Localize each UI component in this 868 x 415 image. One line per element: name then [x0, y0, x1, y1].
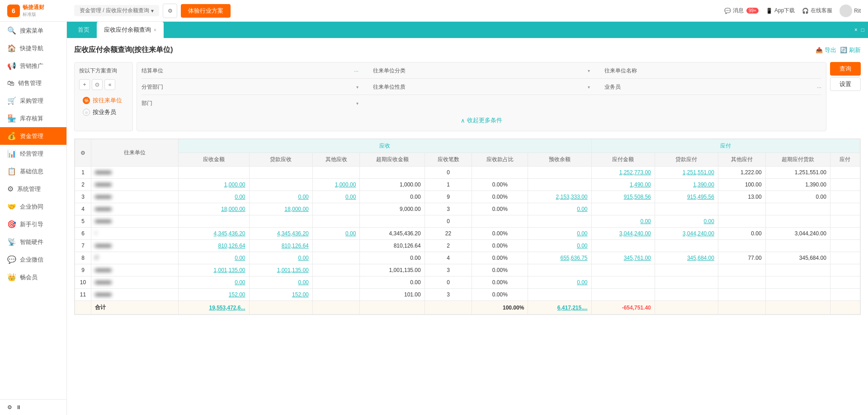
sidebar-item-wechat[interactable]: 💬 企业微信 [0, 251, 66, 268]
data-table-container: ⚙ 往来单位 应收 应付 应收金额 贷款应收 其他应收 超期应收金额 应收笔数 … [74, 138, 861, 315]
salesperson-dots-btn[interactable]: ··· [817, 84, 821, 91]
sidebar-item-search[interactable]: 🔍 搜索菜单 [0, 22, 66, 39]
filter-schemes-panel: 按以下方案查询 + ⊙ « 畅 按往来单位 ○ 按业务员 [74, 62, 133, 131]
sidebar-label-purchase: 采购管理 [20, 97, 43, 105]
table-row: 1■■■■■01,252,773.001,251,551.001,222.001… [75, 167, 860, 179]
sidebar-label-wechat: 企业微信 [20, 256, 43, 264]
total-overdue-rec [360, 301, 425, 315]
query-buttons-panel: 查询 设置 [830, 62, 861, 131]
tab-current-label: 应收应付余额查询 [104, 26, 151, 34]
management-icon: 📊 [7, 149, 16, 158]
tab-current[interactable]: 应收应付余额查询 × [97, 22, 164, 38]
sidebar-item-member[interactable]: 👑 畅会员 [0, 268, 66, 286]
salesperson-label: 业务员 [604, 83, 632, 91]
filter-add-btn[interactable]: + [79, 79, 90, 90]
collapse-sidebar-btn[interactable]: ⏸ [16, 404, 21, 410]
sidebar-item-nav[interactable]: 🏠 快捷导航 [0, 39, 66, 57]
system-icon: ⚙ [7, 185, 14, 193]
top-nav-area: 资金管理 / 应收应付余额查询 ▾ ⚙ 体验行业方案 [74, 4, 724, 18]
online-service-btn[interactable]: 🎧 在线客服 [802, 7, 832, 14]
filter-header: 按以下方案查询 [79, 67, 128, 75]
app-download-btn[interactable]: 📱 App下载 [766, 7, 795, 14]
sidebar-item-management[interactable]: 📊 经营管理 [0, 145, 66, 162]
col-overdue-pay: 超期应付货款 [765, 153, 830, 167]
filter-header-title: 按以下方案查询 [79, 67, 117, 75]
sidebar-item-finance[interactable]: 💰 资金管理 [0, 127, 66, 145]
settlement-dots-btn[interactable]: ··· [354, 68, 359, 74]
top-bar: 6 畅捷通财 标准版 资金管理 / 应收应付余额查询 ▾ ⚙ 体验行业方案 💬 … [0, 0, 868, 22]
message-btn[interactable]: 💬 消息 99+ [724, 7, 759, 14]
filter-collapse-btn[interactable]: « [104, 79, 115, 90]
home-icon: 🏠 [7, 44, 16, 52]
sidebar-item-purchase[interactable]: 🛒 采购管理 [0, 92, 66, 110]
scheme-item-partner[interactable]: 畅 按往来单位 [79, 95, 128, 106]
refresh-label: 刷新 [849, 46, 861, 54]
settings-gear-btn[interactable]: ⚙ [163, 4, 177, 18]
sidebar-item-sales[interactable]: 🛍 销售管理 [0, 75, 66, 92]
filter-fields-panel: 结算单位 ··· 往来单位分类 ▾ 往来单位名称 [137, 62, 826, 131]
table-settings-icon[interactable]: ⚙ [80, 150, 85, 156]
filter-settings-display-btn[interactable]: 设置 [830, 77, 861, 91]
page-header: 应收应付余额查询(按往来单位) 📤 导出 🔄 刷新 [74, 45, 861, 55]
sidebar-label-collab: 企业协同 [20, 203, 43, 211]
tab-home-label: 首页 [78, 26, 90, 34]
page-content-area: 应收应付余额查询(按往来单位) 📤 导出 🔄 刷新 按以下方案查询 [67, 38, 868, 415]
data-table: ⚙ 往来单位 应收 应付 应收金额 贷款应收 其他应收 超期应收金额 应收笔数 … [75, 139, 860, 315]
field-dept2: 部门 ▾ [142, 100, 366, 111]
table-row: 6²4,345,436.204,345,436.200.004,345,436.… [75, 228, 860, 240]
message-icon: 💬 [724, 8, 731, 14]
query-btn[interactable]: 查询 [830, 62, 861, 76]
table-row: 11■■■■■152.00152.00101.0030.00% [75, 289, 860, 301]
sidebar-item-collab[interactable]: 🤝 企业协同 [0, 198, 66, 215]
marketing-icon: 📢 [7, 62, 16, 70]
message-label: 消息 [733, 7, 744, 14]
total-no [75, 301, 91, 315]
total-loan-pay [655, 301, 718, 315]
user-menu[interactable]: Rit [840, 5, 861, 17]
collapse-more-btn[interactable]: ∧ 收起更多条件 [459, 114, 504, 126]
col-prepaid: 预收余额 [528, 153, 591, 167]
col-rec-amount: 应收金额 [179, 153, 249, 167]
total-other-pay [718, 301, 765, 315]
sidebar-label-member: 畅会员 [20, 273, 38, 281]
tab-maximize-icon[interactable]: □ [861, 27, 864, 33]
tab-minimize-icon[interactable]: × [854, 27, 858, 33]
sidebar-label-system: 系统管理 [17, 185, 41, 193]
tab-home[interactable]: 首页 [71, 22, 97, 38]
col-other-rec: 其他应收 [312, 153, 360, 167]
total-pay-amount: -654,751.40 [591, 301, 655, 315]
solution-btn[interactable]: 体验行业方案 [181, 4, 231, 18]
export-btn[interactable]: 📤 导出 [816, 46, 836, 54]
breadcrumb-arrow: ▾ [151, 8, 154, 14]
total-loan-rec [249, 301, 312, 315]
refresh-btn[interactable]: 🔄 刷新 [840, 46, 861, 54]
sidebar-item-inventory[interactable]: 🏪 库存核算 [0, 110, 66, 127]
scheme-item-salesperson[interactable]: ○ 按业务员 [79, 106, 128, 118]
sidebar-item-system[interactable]: ⚙ 系统管理 [0, 180, 66, 198]
sidebar-item-basic[interactable]: 📋 基础信息 [0, 162, 66, 180]
sidebar-item-marketing[interactable]: 📢 营销推广 [0, 57, 66, 75]
settings-bottom-icon[interactable]: ⚙ [7, 404, 12, 410]
app-name: 畅捷通财 [23, 4, 44, 11]
col-settings-header[interactable]: ⚙ [75, 139, 91, 167]
table-row: 10■■■■■0.000.000.0000.00%0.00 [75, 277, 860, 289]
nav-breadcrumb[interactable]: 资金管理 / 应收应付余额查询 ▾ [74, 5, 159, 16]
sidebar-item-hardware[interactable]: 📡 智能硬件 [0, 233, 66, 251]
app-download-label: App下载 [774, 7, 795, 14]
col-payable-group: 应付 [591, 139, 860, 153]
partner-category-label: 往来单位分类 [373, 67, 406, 75]
field-partner-nature: 往来单位性质 ▾ [366, 83, 597, 95]
filter-tools: + ⊙ « [79, 79, 128, 90]
app-version-label: 标准版 [23, 11, 44, 18]
member-icon: 👑 [7, 273, 16, 281]
total-rec-ratio: 100.00% [472, 301, 528, 315]
col-loan-pay: 贷款应付 [655, 153, 718, 167]
user-avatar [840, 5, 852, 17]
tab-close-icon[interactable]: × [154, 28, 156, 33]
total-row: 合计 19,553,472,6... 100.00% 6,417,215....… [75, 301, 860, 315]
col-other-pay: 其他应付 [718, 153, 765, 167]
sidebar-item-guide[interactable]: 🎯 新手引导 [0, 215, 66, 233]
filter-settings-btn[interactable]: ⊙ [92, 79, 103, 90]
sidebar-label-hardware: 智能硬件 [20, 238, 43, 246]
main-content: 首页 应收应付余额查询 × × □ 应收应付余额查询(按往来单位) 📤 导出 🔄… [67, 22, 868, 415]
